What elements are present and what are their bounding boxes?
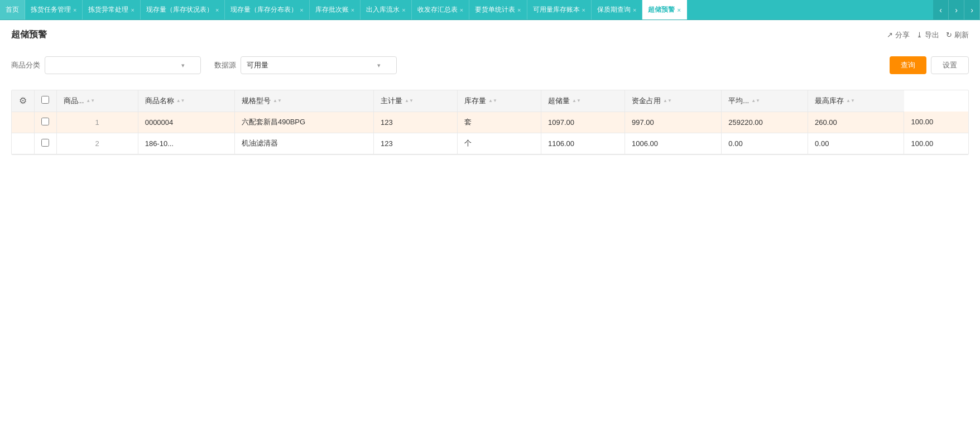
row-stock: 1106.00 bbox=[541, 133, 625, 154]
code-column-header[interactable]: 商品... ▲▼ bbox=[56, 90, 138, 112]
gear-icon[interactable]: ⚙ bbox=[19, 96, 27, 105]
close-icon[interactable]: × bbox=[460, 7, 463, 13]
data-source-filter: 数据源 可用量 ▾ bbox=[214, 56, 397, 74]
nav-tab-available[interactable]: 可用量库存账本 × bbox=[527, 0, 592, 20]
close-icon[interactable]: × bbox=[73, 7, 76, 13]
sort-icon: ▲▼ bbox=[663, 98, 672, 103]
row-capital: 0.00 bbox=[722, 133, 808, 154]
nav-tab-stock-status[interactable]: 现存量（库存状况表） × bbox=[141, 0, 225, 20]
sort-icon: ▲▼ bbox=[273, 98, 282, 103]
row-code: 186-10... bbox=[138, 133, 234, 154]
close-icon[interactable]: × bbox=[517, 7, 521, 13]
nav-more-button[interactable]: › bbox=[964, 0, 980, 20]
main-content: 超储预警 ↗ 分享 ⤓ 导出 ↻ 刷新 商品分类 ▾ 数据源 bbox=[0, 20, 980, 446]
commodity-category-filter: 商品分类 ▾ bbox=[11, 56, 201, 74]
nav-tab-quality[interactable]: 保质期查询 × bbox=[592, 0, 642, 20]
header-actions: ↗ 分享 ⤓ 导出 ↻ 刷新 bbox=[887, 30, 969, 40]
nav-tab-label: 库存批次账 bbox=[315, 5, 349, 14]
row-capital: 259220.00 bbox=[722, 112, 808, 133]
nav-tab-flow[interactable]: 出入库流水 × bbox=[361, 0, 411, 20]
nav-tab-summary[interactable]: 收发存汇总表 × bbox=[412, 0, 469, 20]
close-icon[interactable]: × bbox=[582, 7, 585, 13]
avg-column-header[interactable]: 平均... ▲▼ bbox=[722, 90, 808, 112]
row-avg: 260.00 bbox=[808, 112, 904, 133]
filter-actions: 查询 设置 bbox=[890, 56, 969, 74]
top-navigation: 首页 拣货任务管理 × 拣货异常处理 × 现存量（库存状况表） × 现存量（库存… bbox=[0, 0, 980, 20]
nav-tab-label: 现存量（库存分布表） bbox=[230, 5, 297, 14]
row-name: 六配套新昌490BPG bbox=[234, 112, 373, 133]
page-title: 超储预警 bbox=[11, 29, 47, 41]
nav-tab-label: 要货单统计表 bbox=[475, 5, 515, 14]
row-settings-cell bbox=[12, 112, 34, 133]
data-source-select[interactable]: 可用量 ▾ bbox=[241, 56, 397, 74]
nav-tab-label: 超储预警 bbox=[648, 5, 675, 14]
share-button[interactable]: ↗ 分享 bbox=[887, 30, 910, 40]
overflow-column-header[interactable]: 超储量 ▲▼ bbox=[541, 90, 625, 112]
nav-tab-label: 收发存汇总表 bbox=[417, 5, 458, 14]
nav-next-button[interactable]: › bbox=[949, 0, 964, 20]
select-all-checkbox[interactable] bbox=[41, 96, 49, 104]
close-icon[interactable]: × bbox=[633, 7, 636, 13]
chevron-down-icon: ▾ bbox=[377, 62, 381, 69]
close-icon[interactable]: × bbox=[677, 7, 680, 13]
checkbox-column-header bbox=[34, 90, 56, 112]
row-max-stock: 100.00 bbox=[904, 133, 968, 154]
sort-icon: ▲▼ bbox=[405, 98, 414, 103]
row-code: 0000004 bbox=[138, 112, 234, 133]
row-spec: 123 bbox=[373, 112, 457, 133]
close-icon[interactable]: × bbox=[351, 7, 354, 13]
nav-tab-label: 出入库流水 bbox=[366, 5, 400, 14]
commodity-category-select[interactable]: ▾ bbox=[45, 56, 201, 74]
nav-prev-button[interactable]: ‹ bbox=[933, 0, 949, 20]
settings-button[interactable]: 设置 bbox=[931, 56, 969, 74]
settings-column-header: ⚙ bbox=[12, 90, 34, 112]
stock-column-header[interactable]: 库存量 ▲▼ bbox=[458, 90, 541, 112]
name-column-header[interactable]: 商品名称 ▲▼ bbox=[138, 90, 234, 112]
nav-tab-exception[interactable]: 拣货异常处理 × bbox=[83, 0, 140, 20]
unit-column-header[interactable]: 主计量 ▲▼ bbox=[373, 90, 457, 112]
spec-column-header[interactable]: 规格型号 ▲▼ bbox=[234, 90, 373, 112]
row-stock: 1097.00 bbox=[541, 112, 625, 133]
nav-tab-batch[interactable]: 库存批次账 × bbox=[310, 0, 361, 20]
nav-tab-overstock[interactable]: 超储预警 × bbox=[642, 0, 686, 20]
nav-tab-label: 可用量库存账本 bbox=[533, 5, 580, 14]
data-source-value: 可用量 bbox=[247, 60, 268, 70]
nav-tab-label: 拣货任务管理 bbox=[31, 5, 71, 14]
close-icon[interactable]: × bbox=[215, 7, 219, 13]
export-button[interactable]: ⤓ 导出 bbox=[916, 30, 939, 40]
nav-tab-task-mgmt[interactable]: 拣货任务管理 × bbox=[25, 0, 83, 20]
row-overflow: 1006.00 bbox=[625, 133, 722, 154]
row-spec: 123 bbox=[373, 133, 457, 154]
query-button[interactable]: 查询 bbox=[890, 56, 926, 74]
close-icon[interactable]: × bbox=[131, 7, 134, 13]
chevron-down-icon: ▾ bbox=[181, 62, 185, 69]
row-checkbox-cell bbox=[34, 133, 56, 154]
row-checkbox[interactable] bbox=[41, 118, 49, 125]
capital-column-header[interactable]: 资金占用 ▲▼ bbox=[625, 90, 722, 112]
nav-tab-label: 保质期查询 bbox=[597, 5, 631, 14]
sort-icon: ▲▼ bbox=[86, 98, 95, 103]
row-checkbox[interactable] bbox=[41, 139, 49, 147]
row-number: 2 bbox=[56, 133, 138, 154]
table-container: ⚙ 商品... ▲▼ 商品名称 ▲▼ bbox=[11, 90, 969, 155]
data-table: ⚙ 商品... ▲▼ 商品名称 ▲▼ bbox=[12, 90, 968, 154]
refresh-label: 刷新 bbox=[954, 30, 969, 40]
close-icon[interactable]: × bbox=[300, 7, 303, 13]
refresh-button[interactable]: ↻ 刷新 bbox=[946, 30, 969, 40]
sort-icon: ▲▼ bbox=[488, 98, 497, 103]
nav-arrows: ‹ › › bbox=[933, 0, 980, 20]
refresh-icon: ↻ bbox=[946, 31, 952, 39]
nav-tab-home[interactable]: 首页 bbox=[0, 0, 25, 20]
max-stock-column-header[interactable]: 最高库存 ▲▼ bbox=[808, 90, 904, 112]
sort-icon: ▲▼ bbox=[751, 98, 760, 103]
close-icon[interactable]: × bbox=[402, 7, 405, 13]
nav-tab-stock-dist[interactable]: 现存量（库存分布表） × bbox=[225, 0, 309, 20]
row-name: 机油滤清器 bbox=[234, 133, 373, 154]
row-max-stock: 100.00 bbox=[904, 112, 968, 133]
table-header-row: ⚙ 商品... ▲▼ 商品名称 ▲▼ bbox=[12, 90, 968, 112]
nav-tab-label: 拣货异常处理 bbox=[88, 5, 128, 14]
table-row: 1 0000004 六配套新昌490BPG 123 套 1097.00 997.… bbox=[12, 112, 968, 133]
data-source-label: 数据源 bbox=[214, 60, 236, 70]
row-settings-cell bbox=[12, 133, 34, 154]
nav-tab-order-stats[interactable]: 要货单统计表 × bbox=[469, 0, 527, 20]
